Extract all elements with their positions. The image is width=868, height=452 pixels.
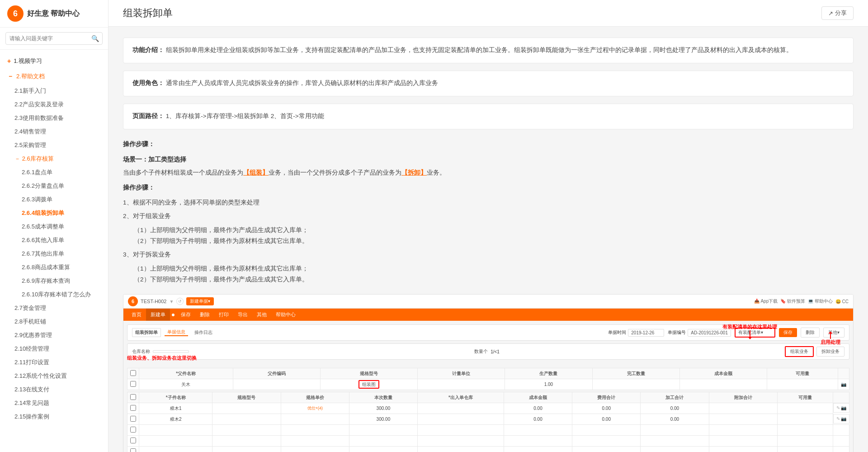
mock-bill-type-label: 组装拆卸单 (132, 328, 161, 337)
sidebar-sub-22[interactable]: 2.2产品安装及登录 (0, 98, 108, 111)
sidebar-sub-27[interactable]: 2.7资金管理 (0, 301, 108, 315)
mock-date-label: 单据时间 (608, 329, 626, 336)
share-button[interactable]: ↗ 分享 (821, 6, 854, 20)
mock-navbar: 首页 新建单 保存 删除 打印 导出 其他 帮助中心 (123, 309, 853, 321)
sidebar-sub-26[interactable]: － 2.6库存核算 (0, 152, 108, 166)
sidebar-sub-214[interactable]: 2.14常见问题 (0, 396, 108, 410)
mock-save-btn[interactable]: 保存 (779, 328, 797, 337)
annotation-2: 组装业务、拆卸业务在这里切换 (127, 355, 197, 362)
sidebar-sub-25[interactable]: 2.5采购管理 (0, 138, 108, 152)
col-fee-total: 费用合计 (572, 392, 641, 403)
sidebar-sub-266[interactable]: 2.6.6其他入库单 (0, 233, 108, 247)
step3: 3、对于拆装业务 (123, 249, 854, 260)
sidebar-sub-212[interactable]: 2.12系统个性化设置 (0, 369, 108, 383)
sidebar-sub-261[interactable]: 2.6.1盘点单 (0, 166, 108, 179)
mock-tab1[interactable]: 单据信息 (165, 329, 188, 336)
sidebar-sub-29[interactable]: 2.9优惠券管理 (0, 328, 108, 342)
sidebar-sub-21[interactable]: 2.1新手入门 (0, 84, 108, 98)
mock-table1: *父件名称 父件编码 规格型号 计量单位 生产数量 完工数量 成本金额 可用量 (127, 368, 849, 390)
select-all-1[interactable] (130, 370, 136, 376)
sidebar-sub-262[interactable]: 2.6.2分量盘点单 (0, 179, 108, 193)
svg-marker-3 (828, 332, 833, 333)
link-disassembly[interactable]: 【拆卸】 (401, 169, 427, 176)
main-header: 组装拆卸单 ↗ 分享 (108, 0, 868, 27)
mock-date-input[interactable]: 2019-12-26 (628, 329, 664, 337)
mock-nav-export[interactable]: 导出 (233, 309, 252, 321)
search-icon[interactable]: 🔍 (91, 35, 99, 42)
row1-checkbox[interactable] (130, 381, 136, 387)
content-area: 功能介绍： 组装拆卸单用来处理企业组装或拆卸等加工业务，支持有固定装配清单的产品… (108, 27, 868, 452)
col-append-total: 附加合计 (709, 392, 777, 403)
step3-sub2: （2）下部明细为子件明细，最终作为产成品生成其它入库单。 (123, 274, 854, 285)
mock-nav-other[interactable]: 其他 (252, 309, 271, 321)
sidebar-sub-263[interactable]: 2.6.3调拨单 (0, 193, 108, 206)
mock-nav-save[interactable]: 保存 (176, 309, 195, 321)
table2-header-row: *子件名称 规格型号 规格单价 本次数量 *出入单仓库 成本金额 费用合计 加工… (127, 392, 849, 403)
mock-topbar: 6 TEST-H002 ▼ ↺ 新建单据▾ 📥 App下载 🔖 软件预算 💻 帮… (123, 295, 853, 309)
mock-logo: 6 (128, 296, 138, 306)
mock-assembly-type-cell[interactable]: 组装图 (359, 380, 379, 389)
col-spec: 规格型号 (320, 368, 417, 379)
col-check2 (127, 392, 139, 403)
sidebar-item-video-label: 1.视频学习 (14, 57, 42, 65)
mock-nav-print[interactable]: 打印 (214, 309, 233, 321)
annotation3-arrow-up (821, 332, 840, 339)
mock-nav-help[interactable]: 帮助中心 (271, 309, 300, 321)
mock-warehouse-input[interactable] (153, 350, 189, 353)
mock-new-badge[interactable]: 新建单据▾ (186, 297, 214, 305)
mock-main-content: 有装配清单的在这里处理 (123, 321, 853, 452)
info1-text: 组装拆卸单用来处理企业组装或拆卸等加工业务，支持有固定装配清单的产品加工业务，也… (166, 47, 793, 53)
mock-nav-home[interactable]: 首页 (127, 309, 146, 321)
ops-steps-title: 操作步骤： (123, 184, 854, 192)
sidebar-sub-215[interactable]: 2.15操作案例 (0, 410, 108, 423)
share-label: 分享 (835, 9, 847, 17)
table-row: 樟木2 300.00 0.00 0.00 0.00 (127, 414, 849, 425)
mock-toggle-assembly[interactable]: 组装业务 (785, 346, 814, 357)
sidebar-sub-23[interactable]: 2.3使用前数据准备 (0, 111, 108, 125)
sidebar-sub-28[interactable]: 2.8手机旺铺 (0, 315, 108, 328)
sidebar-header: 6 好生意 帮助中心 (0, 0, 108, 28)
mock-delete-btn[interactable]: 删除 (801, 328, 820, 338)
sidebar-sub-268[interactable]: 2.6.8商品成本重算 (0, 261, 108, 274)
mock-toggle-disassembly[interactable]: 拆卸业务 (816, 347, 844, 357)
col-cost2: 成本金额 (504, 392, 572, 403)
scenario1-desc: 当由多个子件材料组装成一个成品的业务为【组装】业务，当由一个父件拆分成多个子产品… (123, 167, 854, 178)
col-parent-code: 父件编码 (233, 368, 320, 379)
col-checkbox (127, 368, 139, 379)
col-complete-qty: 完工数量 (592, 368, 679, 379)
info-block-3: 页面路径： 1、库存核算->库存管理->组装拆卸单 2、首页->常用功能 (123, 104, 854, 129)
col-produce-qty: 生产数量 (505, 368, 592, 379)
mock-nav-delete[interactable]: 删除 (195, 309, 214, 321)
mock-nav-new[interactable]: 新建单 (146, 309, 170, 321)
sidebar-sub-211[interactable]: 2.11打印设置 (0, 356, 108, 369)
mock-tab2[interactable]: 操作日志 (192, 329, 215, 336)
sidebar-sub-24[interactable]: 2.4销售管理 (0, 125, 108, 138)
nav-sub-list: 2.1新手入门 2.2产品安装及登录 2.3使用前数据准备 2.4销售管理 2.… (0, 84, 108, 423)
col-ops (838, 368, 849, 379)
sidebar-sub-267[interactable]: 2.6.7其他出库单 (0, 247, 108, 261)
mock-table2: *子件名称 规格型号 规格单价 本次数量 *出入单仓库 成本金额 费用合计 加工… (127, 392, 849, 452)
annotation-1: 有装配清单的在这里处理 (722, 324, 777, 339)
col-available2: 可用量 (777, 392, 833, 403)
ops-title: 操作步骤： (123, 140, 854, 148)
col-unit-price: 规格单价 (281, 392, 349, 403)
row-check2[interactable] (130, 416, 136, 422)
sidebar-sub-269[interactable]: 2.6.9库存账本查询 (0, 274, 108, 288)
sidebar-sub-213[interactable]: 2.13在线支付 (0, 383, 108, 396)
search-input[interactable] (5, 32, 103, 45)
select-all-2[interactable] (130, 394, 136, 400)
sidebar-sub-265[interactable]: 2.6.5成本调整单 (0, 220, 108, 233)
sidebar-item-video[interactable]: + 1.视频学习 (0, 53, 108, 69)
sidebar-item-docs[interactable]: － 2.帮助文档 2.1新手入门 2.2产品安装及登录 2.3使用前数据准备 2… (0, 69, 108, 423)
sidebar-sub-2610[interactable]: 2.6.10库存账本错了怎么办 (0, 288, 108, 301)
link-assembly[interactable]: 【组装】 (243, 169, 269, 176)
mock-app: 6 TEST-H002 ▼ ↺ 新建单据▾ 📥 App下载 🔖 软件预算 💻 帮… (123, 295, 853, 452)
row-check[interactable] (130, 405, 136, 411)
sidebar-sub-210[interactable]: 2.10经营管理 (0, 342, 108, 356)
svg-marker-1 (748, 337, 752, 339)
table-row (127, 436, 849, 447)
sidebar-sub-264[interactable]: 2.6.4组装拆卸单 (0, 206, 108, 220)
step2: 2、对于组装业务 (123, 211, 854, 222)
mock-billno-label: 单据编号 (668, 329, 686, 336)
ops-section: 操作步骤： 场景一：加工类型选择 当由多个子件材料组装成一个成品的业务为【组装】… (123, 137, 854, 452)
